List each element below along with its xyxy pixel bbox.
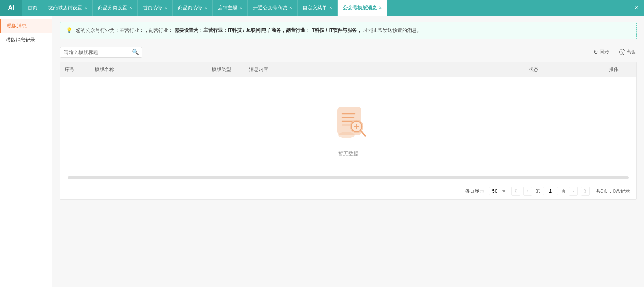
first-page-icon: ⟪	[514, 189, 517, 194]
page-size-select[interactable]: 50 10 20 100	[489, 187, 508, 195]
th-seq: 序号	[60, 62, 90, 77]
help-icon: ?	[619, 49, 625, 55]
nav-tab-category-settings[interactable]: 商品分类设置 ×	[93, 0, 138, 16]
sync-icon: ↻	[594, 49, 598, 55]
next-page-icon: ›	[573, 189, 574, 194]
nav-tab-custom-menu[interactable]: 自定义菜单 ×	[298, 0, 338, 16]
horizontal-scrollbar[interactable]	[68, 176, 629, 179]
search-input[interactable]	[60, 47, 142, 58]
close-all-tabs-button[interactable]: ×	[629, 0, 644, 16]
close-category-settings-icon[interactable]: ×	[129, 5, 132, 10]
next-page-button[interactable]: ›	[569, 187, 578, 196]
scrollbar-area	[60, 172, 636, 183]
nav-tab-home-decoration[interactable]: 首页装修 ×	[138, 0, 173, 16]
last-page-button[interactable]: ⟫	[581, 187, 590, 196]
nav-tab-custom-menu-label: 自定义菜单	[303, 4, 327, 11]
notice-highlight: 需要设置为：主营行业：IT科技 / 互联网|电子商务，副营行业：IT科技 / I…	[174, 27, 362, 33]
search-right: ↻ 同步 | ? 帮助	[594, 49, 637, 55]
content-area: 💡 您的公众号行业为：主营行业：，副营行业： 需要设置为：主营行业：IT科技 /…	[52, 16, 644, 287]
nav-tab-store-theme[interactable]: 店铺主题 ×	[213, 0, 248, 16]
close-product-decoration-icon[interactable]: ×	[204, 5, 207, 10]
sidebar-item-template-msg-label: 模版消息	[7, 23, 27, 28]
divider: |	[614, 49, 615, 55]
nav-tab-template-msg-label: 公众号模版消息	[343, 4, 377, 11]
th-content: 消息内容	[244, 62, 524, 77]
page-label-post: 页	[561, 188, 566, 195]
prev-page-icon: ‹	[527, 189, 529, 194]
close-template-msg-icon[interactable]: ×	[379, 5, 382, 10]
table-wrap: 序号 模版名称 模版类型 消息内容 状态 操作	[60, 62, 637, 200]
prev-page-button[interactable]: ‹	[523, 187, 532, 196]
close-custom-menu-icon[interactable]: ×	[329, 5, 332, 10]
notice-prefix: 您的公众号行业为：主营行业：，副营行业：	[76, 27, 173, 33]
nav-tab-shop-settings[interactable]: 微商城店铺设置 ×	[43, 0, 93, 16]
search-input-wrap: 🔍	[60, 47, 142, 58]
close-shop-settings-icon[interactable]: ×	[84, 5, 87, 10]
close-open-wechat-icon[interactable]: ×	[289, 5, 292, 10]
close-store-theme-icon[interactable]: ×	[240, 5, 242, 10]
top-nav: Ai 首页 微商城店铺设置 × 商品分类设置 × 首页装修 × 商品页装修 × …	[0, 0, 644, 16]
nav-tab-template-msg[interactable]: 公众号模版消息 ×	[338, 0, 387, 16]
help-button[interactable]: ? 帮助	[619, 49, 637, 55]
empty-state: 暂无数据	[60, 77, 636, 172]
sidebar-item-template-msg-log-label: 模版消息记录	[6, 37, 35, 43]
nav-tab-home[interactable]: 首页	[22, 0, 43, 16]
notice-suffix: 才能正常发送预置的消息。	[363, 27, 422, 33]
pagination: 每页显示 50 10 20 100 ⟪ ‹ 第 页 ›	[60, 183, 636, 199]
page-input[interactable]	[543, 187, 558, 195]
sidebar: 模版消息 模版消息记录	[0, 16, 52, 287]
main-layout: 模版消息 模版消息记录 💡 您的公众号行业为：主营行业：，副营行业： 需要设置为…	[0, 16, 644, 287]
first-page-button[interactable]: ⟪	[511, 187, 520, 196]
nav-tab-home-label: 首页	[28, 4, 37, 11]
nav-tab-product-decoration[interactable]: 商品页装修 ×	[173, 0, 213, 16]
search-icon[interactable]: 🔍	[132, 49, 139, 55]
nav-tab-store-theme-label: 店铺主题	[218, 4, 237, 11]
th-status: 状态	[524, 62, 591, 77]
page-size-label: 每页显示	[465, 188, 484, 195]
sidebar-item-template-msg[interactable]: 模版消息	[0, 19, 52, 33]
page-total: 共0页，0条记录	[596, 188, 630, 195]
logo: Ai	[0, 0, 22, 16]
nav-tab-open-wechat[interactable]: 开通公众号商城 ×	[248, 0, 298, 16]
nav-tab-category-settings-label: 商品分类设置	[98, 4, 127, 11]
sync-button[interactable]: ↻ 同步	[594, 49, 609, 55]
search-left: 🔍	[60, 47, 142, 58]
th-action: 操作	[591, 62, 636, 77]
nav-tab-home-decoration-label: 首页装修	[143, 4, 162, 11]
search-bar: 🔍 ↻ 同步 | ? 帮助	[60, 47, 637, 58]
page-label-pre: 第	[535, 188, 540, 195]
logo-text: Ai	[8, 4, 15, 12]
table-header: 序号 模版名称 模版类型 消息内容 状态 操作	[60, 62, 636, 77]
close-home-decoration-icon[interactable]: ×	[164, 5, 167, 10]
empty-illustration	[326, 100, 371, 144]
nav-tab-open-wechat-label: 开通公众号商城	[253, 4, 287, 11]
notice-icon: 💡	[66, 27, 72, 33]
notice-box: 💡 您的公众号行业为：主营行业：，副营行业： 需要设置为：主营行业：IT科技 /…	[60, 22, 637, 39]
last-page-icon: ⟫	[584, 189, 586, 194]
th-name: 模版名称	[90, 62, 207, 77]
nav-tab-product-decoration-label: 商品页装修	[178, 4, 202, 11]
sidebar-item-template-msg-log[interactable]: 模版消息记录	[0, 33, 52, 47]
th-type: 模版类型	[207, 62, 244, 77]
sync-label: 同步	[600, 49, 609, 55]
empty-text: 暂无数据	[338, 150, 359, 157]
help-label: 帮助	[627, 49, 637, 55]
svg-line-8	[361, 131, 365, 136]
nav-tab-shop-settings-label: 微商城店铺设置	[48, 4, 82, 11]
